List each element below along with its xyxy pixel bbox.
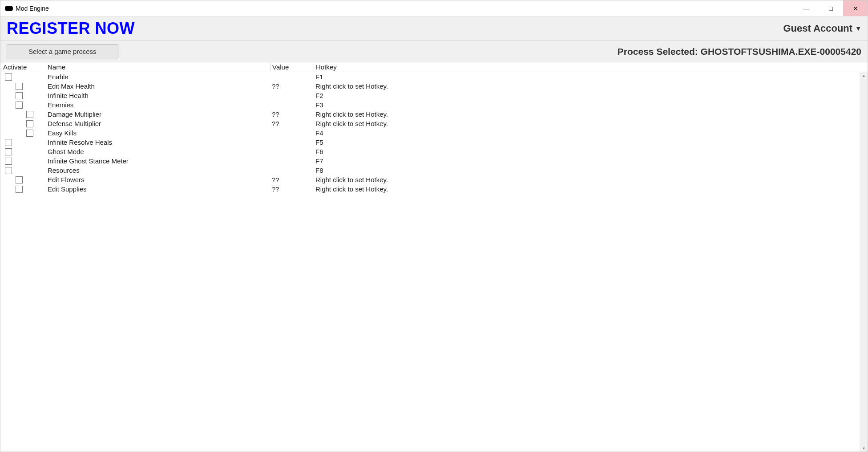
cell-activate	[3, 176, 48, 183]
activate-checkbox[interactable]	[16, 186, 23, 193]
activate-checkbox[interactable]	[5, 167, 12, 174]
register-link[interactable]: REGISTER NOW	[7, 19, 135, 38]
cell-activate	[3, 130, 48, 137]
app-window: Mod Engine — □ ✕ REGISTER NOW Guest Acco…	[0, 0, 868, 452]
cell-activate	[3, 148, 48, 155]
activate-checkbox[interactable]	[16, 102, 23, 109]
cell-value: ??	[270, 185, 314, 193]
cell-hotkey: F8	[314, 167, 865, 174]
cell-hotkey: Right click to set Hotkey.	[314, 110, 865, 118]
activate-checkbox[interactable]	[5, 158, 12, 165]
cell-activate	[3, 167, 48, 174]
table-row[interactable]: EnemiesF3	[0, 100, 868, 110]
process-selected-label: Process Selected: GHOSTOFTSUSHIMA.EXE-00…	[618, 46, 861, 57]
cell-hotkey: F4	[314, 129, 865, 137]
table-row[interactable]: Edit Max Health??Right click to set Hotk…	[0, 81, 868, 91]
window-controls: — □ ✕	[794, 0, 868, 16]
activate-checkbox[interactable]	[16, 83, 23, 90]
cell-activate	[3, 92, 48, 99]
table-body: EnableF1Edit Max Health??Right click to …	[0, 72, 868, 452]
cell-activate	[3, 139, 48, 146]
maximize-button[interactable]: □	[819, 0, 843, 16]
cell-hotkey: F5	[314, 138, 865, 146]
app-icon	[5, 6, 13, 11]
cell-name: Ghost Mode	[48, 148, 270, 155]
cell-name: Edit Supplies	[48, 185, 270, 193]
activate-checkbox[interactable]	[5, 148, 12, 155]
cell-hotkey: F3	[314, 101, 865, 109]
cell-hotkey: Right click to set Hotkey.	[314, 120, 865, 127]
cell-hotkey: F2	[314, 92, 865, 99]
cell-activate	[3, 158, 48, 165]
activate-checkbox[interactable]	[16, 176, 23, 183]
account-label: Guest Account	[783, 23, 852, 34]
table-row[interactable]: Easy KillsF4	[0, 128, 868, 138]
header-activate[interactable]: Activate	[3, 63, 48, 71]
titlebar: Mod Engine — □ ✕	[0, 0, 868, 16]
window-title: Mod Engine	[16, 5, 794, 12]
cell-activate	[3, 120, 48, 127]
cell-value: ??	[270, 110, 314, 118]
table-row[interactable]: Infinite Resolve HealsF5	[0, 138, 868, 147]
table-row[interactable]: Defense Multiplier??Right click to set H…	[0, 119, 868, 128]
cell-activate	[3, 102, 48, 109]
account-dropdown[interactable]: Guest Account ▼	[783, 23, 861, 34]
toolbar: Select a game process Process Selected: …	[0, 41, 868, 62]
scrollbar[interactable]: ▴ ▾	[860, 72, 868, 452]
cell-name: Damage Multiplier	[48, 110, 270, 118]
cell-hotkey: Right click to set Hotkey.	[314, 82, 865, 90]
table-header: Activate Name Value Hotkey	[0, 62, 868, 72]
cell-value: ??	[270, 176, 314, 183]
cell-name: Edit Flowers	[48, 176, 270, 183]
table-row[interactable]: Ghost ModeF6	[0, 147, 868, 156]
cell-hotkey: Right click to set Hotkey.	[314, 185, 865, 193]
scroll-down-icon[interactable]: ▾	[863, 446, 865, 451]
cell-value: ??	[270, 82, 314, 90]
topbar: REGISTER NOW Guest Account ▼	[0, 16, 868, 41]
cheat-table: Activate Name Value Hotkey EnableF1Edit …	[0, 62, 868, 452]
header-value[interactable]: Value	[270, 63, 314, 71]
header-name[interactable]: Name	[48, 63, 270, 71]
cell-name: Infinite Resolve Heals	[48, 138, 270, 146]
cell-value: ??	[270, 120, 314, 127]
close-button[interactable]: ✕	[843, 0, 868, 16]
table-row[interactable]: Infinite Ghost Stance MeterF7	[0, 156, 868, 166]
cell-name: Enemies	[48, 101, 270, 109]
cell-name: Easy Kills	[48, 129, 270, 137]
cell-name: Defense Multiplier	[48, 120, 270, 127]
table-row[interactable]: Damage Multiplier??Right click to set Ho…	[0, 110, 868, 119]
table-row[interactable]: ResourcesF8	[0, 166, 868, 175]
cell-activate	[3, 83, 48, 90]
table-row[interactable]: Infinite HealthF2	[0, 91, 868, 100]
cell-name: Enable	[48, 73, 270, 81]
activate-checkbox[interactable]	[26, 120, 33, 127]
cell-name: Resources	[48, 167, 270, 174]
table-row[interactable]: EnableF1	[0, 72, 868, 81]
activate-checkbox[interactable]	[5, 139, 12, 146]
table-row[interactable]: Edit Supplies??Right click to set Hotkey…	[0, 184, 868, 194]
table-row[interactable]: Edit Flowers??Right click to set Hotkey.	[0, 175, 868, 184]
cell-activate	[3, 186, 48, 193]
cell-hotkey: Right click to set Hotkey.	[314, 176, 865, 183]
select-process-button[interactable]: Select a game process	[7, 45, 118, 58]
activate-checkbox[interactable]	[26, 111, 33, 118]
cell-name: Edit Max Health	[48, 82, 270, 90]
activate-checkbox[interactable]	[5, 73, 12, 81]
cell-hotkey: F7	[314, 157, 865, 165]
activate-checkbox[interactable]	[26, 130, 33, 137]
minimize-button[interactable]: —	[794, 0, 819, 16]
cell-hotkey: F6	[314, 148, 865, 155]
cell-name: Infinite Ghost Stance Meter	[48, 157, 270, 165]
activate-checkbox[interactable]	[16, 92, 23, 99]
cell-name: Infinite Health	[48, 92, 270, 99]
chevron-down-icon: ▼	[855, 25, 861, 32]
cell-hotkey: F1	[314, 73, 865, 81]
header-hotkey[interactable]: Hotkey	[314, 63, 865, 71]
cell-activate	[3, 111, 48, 118]
scroll-up-icon[interactable]: ▴	[863, 73, 865, 78]
cell-activate	[3, 73, 48, 81]
